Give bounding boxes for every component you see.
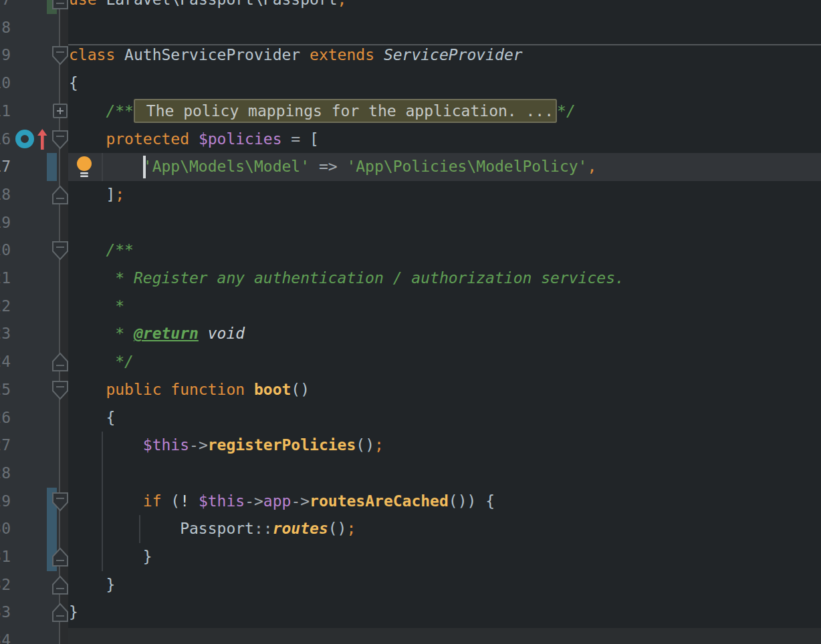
indent-guide: [102, 153, 103, 181]
line-number[interactable]: 20: [0, 236, 11, 265]
line-number[interactable]: 31: [0, 543, 11, 571]
code-line-27[interactable]: $this->registerPolicies();: [69, 432, 384, 460]
code-token: (: [170, 492, 180, 510]
fold-marker-up-icon[interactable]: [52, 0, 68, 9]
code-token: $this: [199, 492, 245, 510]
code-line-11[interactable]: /** The policy mappings for the applicat…: [69, 98, 576, 126]
code-token: [: [310, 130, 319, 148]
code-line-23[interactable]: * @return void: [69, 320, 245, 348]
code-line-24[interactable]: */: [69, 348, 134, 376]
fold-marker-up-icon[interactable]: [52, 186, 68, 204]
fold-marker-up-icon[interactable]: [52, 548, 68, 567]
code-token: */: [106, 353, 134, 370]
code-token: ->: [189, 436, 208, 454]
code-token: }: [69, 603, 78, 621]
fold-marker-down-icon[interactable]: [52, 46, 68, 65]
code-line-22[interactable]: *: [69, 293, 124, 321]
code-token: *: [106, 297, 124, 315]
fold-marker-down-icon[interactable]: [52, 241, 68, 260]
folded-comment-placeholder[interactable]: The policy mappings for the application.…: [134, 99, 557, 123]
code-token: [245, 381, 254, 398]
line-number[interactable]: 29: [0, 488, 11, 516]
fold-marker-up-icon[interactable]: [52, 603, 68, 622]
vcs-change-marker-modified[interactable]: [47, 515, 57, 543]
line-number[interactable]: 19: [0, 209, 11, 237]
line-number[interactable]: 24: [0, 348, 11, 376]
code-line-30[interactable]: Passport::routes();: [69, 515, 356, 543]
fold-marker-down-icon[interactable]: [52, 492, 68, 511]
code-token: [199, 325, 208, 342]
line-number[interactable]: 7: [0, 0, 11, 14]
line-number[interactable]: 9: [0, 41, 11, 69]
code-token: * Register any authentication / authoriz…: [106, 269, 624, 287]
code-line-9[interactable]: class AuthServiceProvider extends Servic…: [69, 41, 523, 69]
fold-marker-plus-icon[interactable]: [52, 102, 68, 121]
line-number[interactable]: 30: [0, 515, 11, 543]
code-token: [69, 269, 106, 287]
code-token: /**: [106, 241, 134, 259]
code-token: [69, 297, 106, 315]
code-line-31[interactable]: }: [69, 543, 152, 571]
code-token: $policies: [199, 130, 282, 148]
code-token: =>: [310, 158, 346, 175]
fold-marker-up-icon[interactable]: [52, 576, 68, 595]
intention-lightbulb-icon[interactable]: [75, 156, 95, 182]
line-number[interactable]: 8: [0, 14, 11, 42]
line-number[interactable]: 21: [0, 265, 11, 293]
code-line-29[interactable]: if (! $this->app->routesAreCached()) {: [69, 488, 495, 516]
line-number[interactable]: 23: [0, 320, 11, 348]
code-token: /**: [106, 102, 134, 120]
code-line-32[interactable]: }: [69, 571, 115, 599]
line-number[interactable]: 22: [0, 293, 11, 321]
code-token: AuthServiceProvider: [124, 46, 300, 63]
code-token: }: [106, 576, 115, 593]
code-line-16[interactable]: protected $policies = [: [69, 126, 319, 154]
code-line-20[interactable]: /**: [69, 236, 134, 265]
code-token: [69, 492, 143, 510]
fold-marker-up-icon[interactable]: [52, 353, 68, 371]
line-number[interactable]: 28: [0, 460, 11, 488]
code-line-33[interactable]: }: [69, 599, 78, 627]
line-number[interactable]: 33: [0, 599, 11, 627]
code-editor: 7use Laravel\Passport\Passport;89class A…: [0, 0, 821, 644]
code-line-25[interactable]: public function boot(): [69, 376, 310, 404]
line-number[interactable]: 11: [0, 98, 11, 126]
code-token: {: [106, 409, 115, 426]
line-number[interactable]: 32: [0, 571, 11, 599]
code-line-17[interactable]: 'App\Models\Model' => 'App\Policies\Mode…: [69, 153, 596, 181]
line-number[interactable]: 25: [0, 376, 11, 404]
code-token: $this: [143, 436, 189, 454]
code-token: ::: [254, 520, 273, 537]
line-number[interactable]: 18: [0, 181, 11, 209]
line-number[interactable]: 17: [0, 153, 11, 181]
line-number[interactable]: 10: [0, 69, 11, 98]
code-token: extends: [310, 46, 374, 63]
line-number[interactable]: 34: [0, 627, 11, 644]
fold-marker-down-icon[interactable]: [52, 130, 68, 149]
code-token: if: [143, 492, 162, 510]
code-line-18[interactable]: ];: [69, 181, 124, 209]
line-number[interactable]: 16: [0, 126, 11, 154]
navigate-up-target-icon[interactable]: [15, 128, 47, 154]
code-token: 'App\Policies\ModelPolicy': [346, 158, 587, 175]
code-line-21[interactable]: * Register any authentication / authoriz…: [69, 265, 624, 293]
code-token: [476, 492, 485, 510]
code-token: ;: [346, 520, 356, 537]
code-token: @return: [134, 325, 199, 342]
code-token: [69, 548, 143, 565]
code-token: [69, 102, 106, 120]
code-token: [69, 436, 143, 454]
code-token: [115, 46, 124, 63]
code-line-7[interactable]: use Laravel\Passport\Passport;: [69, 0, 346, 14]
line-number[interactable]: 26: [0, 404, 11, 432]
code-token: ;: [115, 186, 124, 203]
code-token: [69, 409, 106, 426]
vcs-change-marker-modified[interactable]: [47, 153, 57, 181]
code-line-10[interactable]: {: [69, 69, 78, 98]
line-number[interactable]: 27: [0, 432, 11, 460]
code-token: [69, 520, 180, 537]
fold-marker-down-icon[interactable]: [52, 381, 68, 399]
code-line-26[interactable]: {: [69, 404, 115, 432]
code-token: [300, 46, 310, 63]
method-separator-line: [68, 44, 821, 45]
